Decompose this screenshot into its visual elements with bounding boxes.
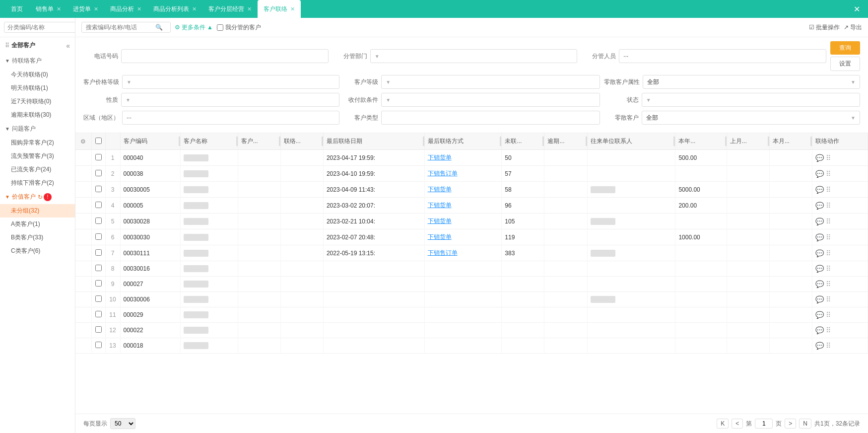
more-conditions-button[interactable]: ⚙ 更多条件 ▲ [175,23,213,32]
sidebar-group-problem[interactable]: ▼ 问题客户 [0,122,75,136]
manager-input[interactable]: ··· [619,49,826,63]
cell-checkbox[interactable] [91,307,105,323]
action-chat-icon[interactable]: 💬 [815,311,824,319]
col-checkbox[interactable] [91,133,105,150]
customer-level-input[interactable]: ▼ [381,75,600,89]
tab-product-analysis-list[interactable]: 商品分析列表 ✕ [147,0,202,18]
sidebar-item-declining[interactable]: 持续下滑客户(2) [0,176,75,190]
action-more-icon[interactable]: ⠿ [826,295,831,303]
retail-attr-input[interactable]: 全部 ▼ [643,75,860,89]
sidebar-all-customers[interactable]: ⠿ 全部客户 « [0,37,75,54]
customer-type-input[interactable] [381,111,600,125]
col-settings[interactable]: ⚙ [75,133,91,150]
action-more-icon[interactable]: ⠿ [826,233,831,241]
sidebar-item-abnormal[interactable]: 囤购异常客户(2) [0,136,75,149]
sidebar-item-class-b[interactable]: B类客户(33) [0,231,75,244]
action-more-icon[interactable]: ⠿ [826,217,831,225]
cell-checkbox[interactable] [91,277,105,292]
action-more-icon[interactable]: ⠿ [826,170,831,178]
cell-checkbox[interactable] [91,229,105,245]
action-chat-icon[interactable]: 💬 [815,233,824,241]
phone-input[interactable] [121,49,329,63]
sidebar-item-tomorrow-pending[interactable]: 明天待联络(1) [0,81,75,95]
row-checkbox[interactable] [95,217,102,224]
action-more-icon[interactable]: ⠿ [826,326,831,334]
row-checkbox[interactable] [95,233,102,240]
next-page-button[interactable]: > [785,419,796,429]
my-customers-checkbox[interactable] [217,24,223,31]
sidebar-group-value[interactable]: ▼ 价值客户 ↻ ! [0,190,75,204]
tab-purchase-close[interactable]: ✕ [94,6,98,12]
action-chat-icon[interactable]: 💬 [815,186,824,194]
tab-customer-contact-close[interactable]: ✕ [290,6,295,12]
action-chat-icon[interactable]: 💬 [815,154,824,162]
sidebar-item-churn-warning[interactable]: 流失预警客户(3) [0,149,75,163]
action-chat-icon[interactable]: 💬 [815,249,824,257]
prev-page-button[interactable]: < [732,419,743,429]
sidebar-item-today-pending[interactable]: 今天待联络(0) [0,68,75,81]
action-more-icon[interactable]: ⠿ [826,186,831,194]
cell-last-method[interactable]: 下销货单 [424,214,502,229]
tab-home[interactable]: 首页 [4,0,30,18]
cell-last-method[interactable]: 下销货单 [424,198,502,214]
select-all-checkbox[interactable] [95,138,102,144]
page-number-input[interactable] [755,419,773,429]
cell-checkbox[interactable] [91,150,105,166]
cell-checkbox[interactable] [91,182,105,198]
dept-input[interactable]: ▼ [370,49,578,63]
cell-last-method[interactable]: 下销售订单 [424,166,502,182]
action-chat-icon[interactable]: 💬 [815,280,824,288]
action-more-icon[interactable]: ⠿ [826,249,831,257]
tab-sales[interactable]: 销售单 ✕ [30,0,67,18]
action-chat-icon[interactable]: 💬 [815,265,824,273]
tab-product-analysis[interactable]: 商品分析 ✕ [104,0,147,18]
cell-checkbox[interactable] [91,198,105,214]
action-more-icon[interactable]: ⠿ [826,280,831,288]
row-checkbox[interactable] [95,170,102,176]
sidebar-search-input[interactable] [4,22,75,33]
row-checkbox[interactable] [95,154,102,160]
row-checkbox[interactable] [95,311,102,317]
action-chat-icon[interactable]: 💬 [815,170,824,178]
first-page-button[interactable]: K [717,419,729,429]
cell-checkbox[interactable] [91,261,105,277]
tab-customer-tier[interactable]: 客户分层经营 ✕ [202,0,258,18]
tab-customer-tier-close[interactable]: ✕ [247,6,252,12]
row-checkbox[interactable] [95,249,102,256]
price-level-input[interactable]: ▼ [122,75,339,89]
tab-customer-contact[interactable]: 客户联络 ✕ [258,0,301,18]
action-more-icon[interactable]: ⠿ [826,154,831,162]
sidebar-group-pending[interactable]: ▼ 待联络客户 [0,54,75,68]
action-chat-icon[interactable]: 💬 [815,217,824,225]
cell-checkbox[interactable] [91,214,105,229]
main-search-icon[interactable]: 🔍 [155,24,163,31]
cell-last-method[interactable]: 下销货单 [424,150,502,166]
row-checkbox[interactable] [95,342,102,348]
region-input[interactable]: ··· [122,111,339,125]
action-more-icon[interactable]: ⠿ [826,342,831,350]
window-close-button[interactable]: ✕ [850,4,864,14]
reset-button[interactable]: 设置 [830,57,860,71]
action-chat-icon[interactable]: 💬 [815,342,824,350]
export-button[interactable]: ↗ 导出 [844,23,862,32]
cell-checkbox[interactable] [91,338,105,354]
action-chat-icon[interactable]: 💬 [815,326,824,334]
tab-sales-close[interactable]: ✕ [57,6,61,12]
cell-last-method[interactable]: 下销售订单 [424,245,502,261]
batch-ops-button[interactable]: ☑ 批量操作 [809,23,840,32]
tab-product-analysis-close[interactable]: ✕ [137,6,141,12]
nature-input[interactable]: ▼ [121,93,339,107]
action-chat-icon[interactable]: 💬 [815,202,824,210]
sidebar-collapse-button[interactable]: « [66,42,70,50]
row-checkbox[interactable] [95,202,102,208]
tab-purchase[interactable]: 进货单 ✕ [67,0,104,18]
per-page-select[interactable]: 50 20 100 [110,418,135,429]
sidebar-item-churned[interactable]: 已流失客户(24) [0,163,75,176]
sidebar-item-ungrouped[interactable]: 未分组(32) [0,204,75,217]
sidebar-item-class-c[interactable]: C类客户(6) [0,244,75,258]
row-checkbox[interactable] [95,326,102,333]
value-refresh-icon[interactable]: ↻ [38,194,43,201]
row-checkbox[interactable] [95,295,102,302]
action-more-icon[interactable]: ⠿ [826,311,831,319]
row-checkbox[interactable] [95,265,102,271]
